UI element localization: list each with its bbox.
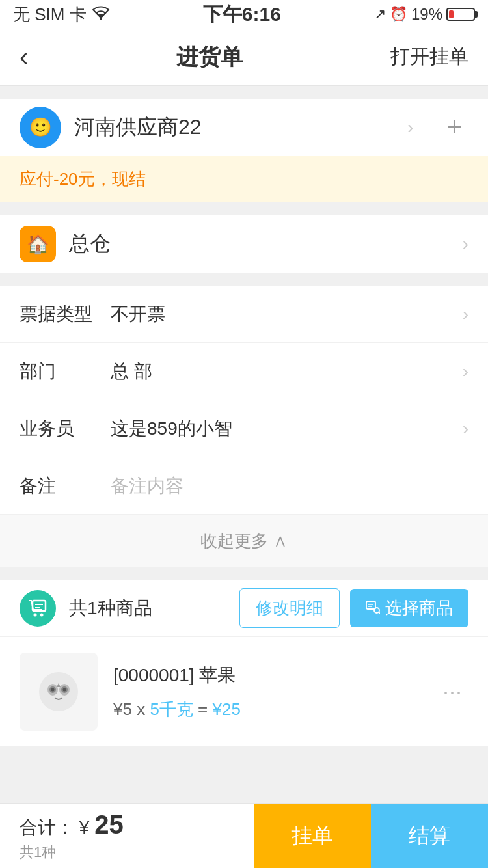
select-product-button[interactable]: 选择商品 (350, 589, 468, 627)
form-section: 票据类型 不开票 › 部门 总 部 › 业务员 这是859的小智 › 备注 备注… (0, 286, 488, 515)
supplier-avatar-icon: 🙂 (29, 116, 52, 138)
select-product-icon (366, 598, 380, 618)
total-count: 共1种 (20, 843, 234, 862)
page-title: 进货单 (176, 42, 243, 72)
unit-price: ¥5 x (113, 699, 150, 719)
status-right: ↗ ⏰ 19% (374, 5, 475, 23)
total-label: 合计： (20, 817, 74, 837)
collapse-label: 收起更多 ∧ (200, 530, 287, 552)
products-icon-wrap (20, 590, 56, 627)
department-chevron-icon: › (463, 361, 468, 382)
battery-icon (446, 8, 475, 21)
product-item: [0000001] 苹果 ¥5 x 5千克 = ¥25 ··· (0, 637, 488, 747)
bottom-bar: 合计： ¥ 25 共1种 挂单 结算 (0, 803, 488, 868)
battery-percentage: 19% (411, 5, 442, 23)
owl-icon (36, 669, 81, 714)
department-value: 总 部 (111, 359, 463, 384)
time-label: 下午6:16 (203, 1, 281, 28)
total-section: 合计： ¥ 25 共1种 (0, 804, 254, 868)
salesperson-value: 这是859的小智 (111, 416, 463, 441)
total-price: ¥25 (213, 699, 241, 719)
supplier-avatar: 🙂 (20, 107, 61, 148)
svg-point-0 (100, 17, 102, 20)
products-header: 共1种商品 修改明细 选择商品 (0, 580, 488, 637)
product-thumbnail (20, 653, 98, 731)
product-info: [0000001] 苹果 ¥5 x 5千克 = ¥25 (113, 663, 436, 721)
wifi-icon (92, 5, 110, 25)
warehouse-icon-wrap: 🏠 (20, 226, 56, 262)
status-left: 无 SIM 卡 (13, 3, 110, 26)
add-button[interactable]: + (441, 106, 468, 148)
section-gap-1 (0, 86, 488, 99)
svg-point-17 (63, 688, 66, 692)
product-price: ¥5 x 5千克 = ¥25 (113, 698, 436, 721)
svg-point-9 (374, 608, 379, 613)
product-code: [0000001] 苹果 (113, 665, 236, 685)
ticket-type-label: 票据类型 (20, 302, 98, 327)
chevron-right-icon: › (407, 117, 413, 138)
back-button[interactable]: ‹ (20, 42, 28, 72)
quantity-value: 5千克 (150, 699, 193, 719)
status-bar: 无 SIM 卡 下午6:16 ↗ ⏰ 19% (0, 0, 488, 29)
department-label: 部门 (20, 359, 98, 384)
svg-point-16 (51, 688, 55, 692)
products-section: 共1种商品 修改明细 选择商品 (0, 580, 488, 747)
svg-point-4 (34, 613, 37, 616)
products-count: 共1种商品 (69, 596, 239, 621)
currency-symbol: ¥ (79, 817, 94, 837)
location-icon: ↗ (374, 6, 386, 23)
remark-label: 备注 (20, 474, 98, 498)
total-row: 合计： ¥ 25 (20, 810, 234, 840)
warehouse-icon: 🏠 (27, 234, 49, 255)
equals-sign: = (198, 699, 212, 719)
total-amount: 25 (94, 810, 124, 839)
warehouse-section: 🏠 总仓 › (0, 215, 488, 273)
warning-banner: 应付-20元，现结 (0, 156, 488, 202)
edit-detail-button[interactable]: 修改明细 (239, 588, 340, 628)
alarm-icon: ⏰ (390, 6, 407, 23)
svg-line-10 (379, 612, 380, 614)
select-product-label: 选择商品 (385, 597, 453, 619)
salesperson-label: 业务员 (20, 416, 98, 441)
department-row[interactable]: 部门 总 部 › (0, 343, 488, 400)
supplier-name: 河南供应商22 (74, 113, 407, 142)
salesperson-chevron-icon: › (463, 418, 468, 439)
section-gap-3 (0, 273, 488, 286)
section-gap-2 (0, 202, 488, 215)
svg-point-5 (40, 613, 44, 616)
remark-input[interactable]: 备注内容 (111, 474, 468, 498)
ticket-type-value: 不开票 (111, 302, 463, 327)
checkout-button[interactable]: 结算 (371, 804, 488, 868)
cart-icon (27, 599, 48, 617)
supplier-section: 🙂 河南供应商22 › + 应付-20元，现结 (0, 99, 488, 202)
supplier-divider (427, 115, 427, 141)
svg-point-11 (39, 672, 78, 711)
section-gap-4 (0, 567, 488, 580)
ticket-type-chevron-icon: › (463, 304, 468, 325)
salesperson-row[interactable]: 业务员 这是859的小智 › (0, 400, 488, 457)
product-more-button[interactable]: ··· (436, 671, 468, 712)
warehouse-row[interactable]: 🏠 总仓 › (0, 215, 488, 273)
hold-button[interactable]: 挂单 (254, 804, 371, 868)
carrier-label: 无 SIM 卡 (13, 3, 87, 26)
nav-bar: ‹ 进货单 打开挂单 (0, 29, 488, 86)
battery-fill (449, 10, 454, 18)
remark-row[interactable]: 备注 备注内容 (0, 457, 488, 515)
open-hold-button[interactable]: 打开挂单 (390, 44, 468, 70)
supplier-row[interactable]: 🙂 河南供应商22 › + (0, 99, 488, 156)
ticket-type-row[interactable]: 票据类型 不开票 › (0, 286, 488, 343)
collapse-row[interactable]: 收起更多 ∧ (0, 515, 488, 567)
product-name: [0000001] 苹果 (113, 663, 436, 688)
svg-rect-6 (366, 601, 375, 609)
warehouse-name: 总仓 (69, 230, 463, 258)
warning-text: 应付-20元，现结 (20, 169, 146, 189)
warehouse-chevron-icon: › (463, 234, 468, 254)
